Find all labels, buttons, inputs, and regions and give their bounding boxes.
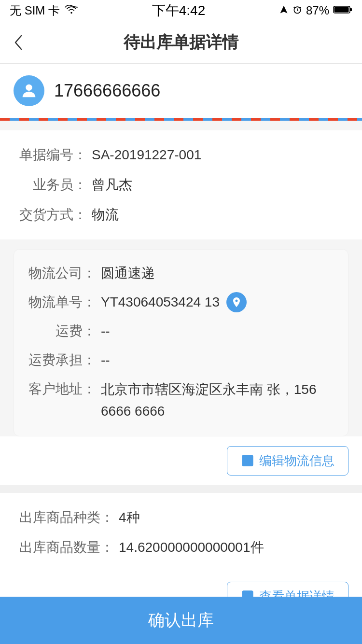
svg-rect-2 (350, 8, 352, 11)
document-number-label: 单据编号： (19, 145, 87, 165)
product-type-value: 4种 (119, 507, 343, 528)
alarm-icon (292, 4, 302, 17)
address-label: 客户地址： (28, 379, 96, 399)
track-location-button[interactable] (226, 292, 247, 312)
battery-label: 87% (306, 4, 329, 17)
confirm-outbound-button[interactable]: 确认出库 (0, 597, 362, 644)
status-bar-left: 无 SIM 卡 (10, 3, 78, 18)
carrier-label: 无 SIM 卡 (10, 3, 60, 18)
logistics-company-value: 圆通速递 (101, 263, 334, 283)
tracking-number-value: YT43064053424 13 (101, 292, 220, 312)
salesman-row: 业务员： 曾凡杰 (19, 175, 343, 195)
tracking-row: 物流单号： YT43064053424 13 (28, 292, 334, 312)
logistics-company-label: 物流公司： (28, 263, 96, 283)
svg-point-4 (26, 84, 32, 91)
product-quantity-row: 出库商品数量： 14.620000000000001件 (19, 537, 343, 558)
battery-icon (333, 4, 352, 17)
avatar (14, 75, 44, 106)
wifi-icon (65, 4, 78, 17)
status-bar: 无 SIM 卡 下午4:42 87% (0, 0, 362, 21)
document-number-row: 单据编号： SA-20191227-001 (19, 145, 343, 165)
status-bar-right: 87% (279, 4, 352, 17)
product-quantity-value: 14.620000000000001件 (119, 537, 343, 558)
freight-label: 运费： (28, 321, 96, 341)
freight-bearer-label: 运费承担： (28, 350, 96, 370)
freight-row: 运费： -- (28, 321, 334, 341)
address-row: 客户地址： 北京市市辖区海淀区永丰南 张，156 6666 6666 (28, 379, 334, 422)
edit-logistics-label: 编辑物流信息 (259, 452, 334, 469)
product-info-section: 出库商品种类： 4种 出库商品数量： 14.620000000000001件 (0, 493, 362, 572)
delivery-method-row: 交货方式： 物流 (19, 205, 343, 225)
edit-logistics-button[interactable]: 编辑物流信息 (227, 446, 348, 476)
delivery-method-label: 交货方式： (19, 205, 87, 225)
delivery-method-value: 物流 (92, 205, 343, 225)
edit-logistics-row: 编辑物流信息 (0, 436, 362, 485)
nav-icon (279, 4, 289, 17)
salesman-label: 业务员： (19, 175, 87, 195)
salesman-value: 曾凡杰 (92, 175, 343, 195)
dashed-divider (0, 118, 362, 121)
logistics-company-row: 物流公司： 圆通速递 (28, 263, 334, 283)
product-quantity-label: 出库商品数量： (19, 537, 114, 558)
back-button[interactable] (12, 32, 25, 53)
page-title: 待出库单据详情 (124, 31, 238, 54)
customer-header: 17666666666 (0, 64, 362, 118)
svg-rect-3 (334, 7, 349, 13)
tracking-label: 物流单号： (28, 292, 96, 312)
section-divider (0, 485, 362, 493)
product-type-label: 出库商品种类： (19, 507, 114, 528)
address-value: 北京市市辖区海淀区永丰南 张，156 6666 6666 (101, 379, 334, 422)
status-bar-time: 下午4:42 (152, 1, 206, 20)
customer-phone: 17666666666 (54, 81, 160, 101)
freight-bearer-value: -- (101, 350, 334, 370)
document-number-value: SA-20191227-001 (92, 145, 343, 165)
confirm-button-label: 确认出库 (148, 609, 214, 631)
freight-value: -- (101, 321, 334, 341)
logistics-card: 物流公司： 圆通速递 物流单号： YT43064053424 13 运费： --… (14, 249, 348, 436)
nav-bar: 待出库单据详情 (0, 21, 362, 64)
order-info-section: 单据编号： SA-20191227-001 业务员： 曾凡杰 交货方式： 物流 (0, 130, 362, 239)
freight-bearer-row: 运费承担： -- (28, 350, 334, 370)
product-type-row: 出库商品种类： 4种 (19, 507, 343, 528)
